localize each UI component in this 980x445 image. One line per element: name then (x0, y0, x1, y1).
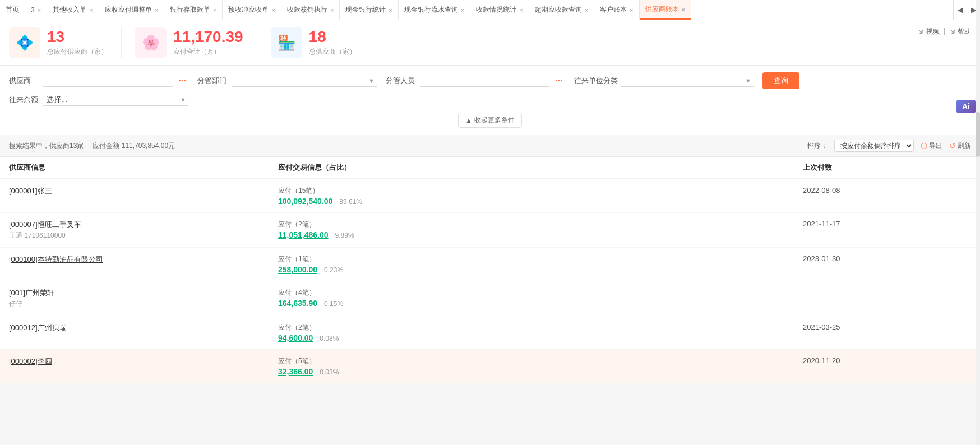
filter-row-2: 往来余额 选择... ▼ (9, 94, 971, 106)
supplier-link[interactable]: [000012]广州贝瑞 (9, 323, 67, 332)
nav-tab-receipt-exec[interactable]: 收款核销执行× (281, 0, 340, 20)
table-row: [001]广州荣轩仔仔应付（4笔）164,635.900.15% (0, 281, 980, 316)
supplier-cell: [000001]张三 (9, 186, 278, 196)
total-suppliers-icon: 🏪 (271, 27, 302, 58)
table-row: [000100]本特勤油品有限公司应付（1笔）258,000.000.23%20… (0, 248, 980, 281)
last-payment: 2022-08-08 (803, 186, 971, 194)
total-suppliers-label: 总供应商（家） (309, 47, 356, 57)
table-row: [000001]张三应付（15笔）100,092,540.0089.61%202… (0, 179, 980, 213)
last-payment: 2021-11-17 (803, 220, 971, 228)
transaction-cell: 应付（1笔）258,000.000.23% (278, 254, 803, 274)
export-icon: ⬡ (921, 141, 927, 150)
collapse-section: ▲ 收起更多条件 (9, 110, 971, 130)
supplier-ellipsis[interactable]: ··· (177, 76, 188, 86)
export-button[interactable]: ⬡ 导出 (921, 141, 942, 151)
stat-item-payable-suppliers: 💠13总应付供应商（家） (9, 27, 122, 58)
transaction-amount-row: 164,635.900.15% (278, 299, 803, 308)
stat-item-payable-amount: 🌸11,170.39应付合计（万） (135, 27, 257, 58)
close-tab-tab3[interactable]: × (38, 7, 41, 13)
transaction-label: 应付（4笔） (278, 288, 803, 298)
transaction-percent: 0.08% (320, 335, 339, 342)
close-tab-ar-ap-adjust[interactable]: × (155, 7, 158, 13)
close-tab-bank-deposit[interactable]: × (213, 7, 216, 13)
transaction-amount-row: 11,051,486.009.89% (278, 230, 803, 239)
supplier-cell: [000002]李四 (9, 356, 278, 367)
nav-tab-tab3[interactable]: 3× (25, 0, 47, 20)
transaction-amount[interactable]: 258,000.00 (278, 265, 317, 274)
nav-tab-home[interactable]: 首页 (0, 0, 25, 20)
total-suppliers-info: 18总供应商（家） (309, 29, 356, 57)
top-nav: 首页3×其他收入单×应收应付调整单×银行存取款单×预收冲应收单×收款核销执行×现… (0, 0, 980, 20)
transaction-label: 应付（5笔） (278, 356, 803, 366)
supplier-link[interactable]: [000007]恒旺二手叉车 (9, 220, 81, 229)
result-amount: 应付金额 111,703,854.00元 (93, 141, 175, 151)
close-tab-cash-stat[interactable]: × (389, 7, 392, 13)
sort-select[interactable]: 按应付余额倒序排序 (834, 140, 914, 152)
nav-tab-ar-ap-adjust[interactable]: 应收应付调整单× (99, 0, 164, 20)
person-input[interactable] (420, 75, 550, 87)
nav-tab-cash-flow[interactable]: 现金银行流水查询× (399, 0, 470, 20)
close-tab-receipt-exec[interactable]: × (330, 7, 334, 13)
supplier-cell: [000100]本特勤油品有限公司 (9, 254, 278, 265)
transaction-amount[interactable]: 164,635.90 (278, 299, 317, 308)
transaction-percent: 0.23% (324, 266, 343, 274)
transaction-amount[interactable]: 100,092,540.00 (278, 197, 332, 206)
table-header: 供应商信息 应付交易信息（占比） 上次付数 (0, 157, 980, 179)
transaction-amount[interactable]: 11,051,486.00 (278, 230, 329, 239)
close-tab-cash-flow[interactable]: × (461, 7, 464, 13)
video-link[interactable]: ⊙ 视频 (918, 27, 939, 36)
query-button[interactable]: 查询 (762, 72, 799, 89)
balance-filter: 往来余额 选择... ▼ (9, 94, 188, 106)
filter-area: 供应商 ··· 分管部门 ▼ 分管人员 ··· 往来单位分类 ▼ 查询 往来 (0, 66, 980, 135)
nav-tab-other-income[interactable]: 其他收入单× (47, 0, 99, 20)
dept-filter: 分管部门 ▼ (197, 75, 377, 87)
supplier-link[interactable]: [001]广州荣轩 (9, 289, 54, 297)
category-select[interactable] (621, 75, 754, 86)
balance-select[interactable]: 选择... (43, 94, 188, 105)
scrollbar-track[interactable] (976, 0, 980, 383)
close-tab-customer-ledger[interactable]: × (630, 7, 633, 13)
close-tab-prepay-ar[interactable]: × (271, 7, 275, 13)
payable-suppliers-icon: 💠 (9, 27, 40, 58)
transaction-amount[interactable]: 32,366.00 (278, 367, 313, 376)
nav-tab-prepay-ar[interactable]: 预收冲应收单× (223, 0, 281, 20)
supplier-link[interactable]: [000002]李四 (9, 357, 52, 365)
person-ellipsis[interactable]: ··· (553, 76, 565, 86)
nav-tab-customer-ledger[interactable]: 客户账本× (594, 0, 639, 20)
table-body: [000001]张三应付（15笔）100,092,540.0089.61%202… (0, 179, 980, 383)
nav-tab-supplier-ledger[interactable]: 供应商账本× (640, 0, 691, 20)
balance-label: 往来余额 (9, 95, 40, 105)
nav-tab-overdue-ar[interactable]: 超期应收款查询× (529, 0, 594, 20)
close-tab-receipt-stat[interactable]: × (519, 7, 523, 13)
close-tab-supplier-ledger[interactable]: × (682, 6, 685, 13)
transaction-percent: 0.03% (320, 368, 339, 376)
supplier-cell: [001]广州荣轩仔仔 (9, 288, 278, 309)
table-row: [000012]广州贝瑞应付（2笔）94,600.000.08%2021-03-… (0, 316, 980, 350)
nav-prev-arrow[interactable]: ◀ (953, 0, 967, 20)
nav-tab-bank-deposit[interactable]: 银行存取款单× (164, 0, 223, 20)
data-table: 供应商信息 应付交易信息（占比） 上次付数 [000001]张三应付（15笔）1… (0, 157, 980, 383)
close-tab-other-income[interactable]: × (89, 7, 93, 13)
close-tab-overdue-ar[interactable]: × (585, 7, 588, 13)
filter-row-1: 供应商 ··· 分管部门 ▼ 分管人员 ··· 往来单位分类 ▼ 查询 (9, 72, 971, 89)
supplier-link[interactable]: [000001]张三 (9, 187, 52, 195)
supplier-link[interactable]: [000100]本特勤油品有限公司 (9, 255, 103, 263)
nav-tab-cash-stat[interactable]: 现金银行统计× (340, 0, 398, 20)
transaction-cell: 应付（15笔）100,092,540.0089.61% (278, 186, 803, 206)
supplier-input[interactable] (43, 75, 173, 87)
help-link[interactable]: ⊙ 帮助 (950, 27, 971, 36)
last-payment: 2023-01-30 (803, 254, 971, 263)
transaction-amount-row: 94,600.000.08% (278, 333, 803, 342)
table-row: [000002]李四应付（5笔）32,366.000.03%2020-11-20 (0, 350, 980, 383)
dept-select[interactable] (232, 75, 377, 86)
refresh-button[interactable]: ↺ 刷新 (949, 141, 971, 151)
category-select-wrap: ▼ (621, 75, 754, 87)
total-suppliers-number: 18 (309, 29, 356, 45)
collapse-button[interactable]: ▲ 收起更多条件 (458, 113, 522, 128)
transaction-amount[interactable]: 94,600.00 (278, 333, 313, 342)
nav-tab-receipt-stat[interactable]: 收款情况统计× (470, 0, 529, 20)
transaction-percent: 89.61% (339, 198, 362, 206)
transaction-label: 应付（2笔） (278, 220, 803, 229)
scrollbar-thumb[interactable] (976, 112, 980, 157)
ai-badge[interactable]: Ai (956, 100, 976, 113)
